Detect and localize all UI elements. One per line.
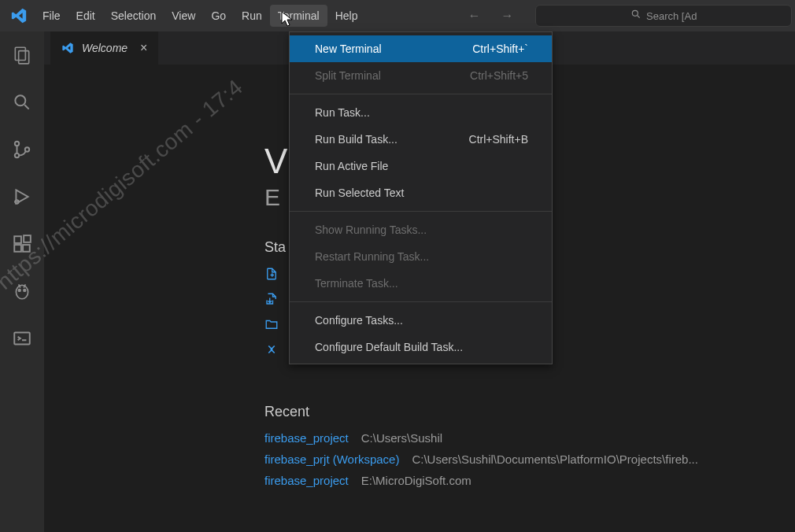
recent-list: firebase_projectC:\Users\Sushilfirebase_… [264,431,779,487]
menu-item-restart-running-task: Restart Running Task... [290,243,552,270]
menu-item-run-build-task[interactable]: Run Build Task...Ctrl+Shift+B [290,126,552,153]
menu-item-label: New Terminal [315,42,382,55]
svg-rect-11 [14,245,21,252]
titlebar: FileEditSelectionViewGoRunTerminalHelp ←… [0,0,795,31]
menu-item-edit[interactable]: Edit [68,5,103,27]
menu-separator [290,94,552,94]
menu-item-label: Restart Running Task... [315,250,429,263]
menu-item-new-terminal[interactable]: New TerminalCtrl+Shift+` [290,35,552,62]
menu-item-label: Run Build Task... [315,133,398,146]
menu-item-label: Terminate Task... [315,277,398,290]
svg-rect-12 [23,245,30,252]
recent-heading: Recent [264,404,779,420]
menubar: FileEditSelectionViewGoRunTerminalHelp [35,0,365,31]
menu-item-go[interactable]: Go [203,5,234,27]
menu-item-run-active-file[interactable]: Run Active File [290,153,552,179]
recent-name[interactable]: firebase_project [264,474,349,487]
recent-item: firebase_prjt (Workspace)C:\Users\Sushil… [264,453,779,466]
terminal-menu-dropdown[interactable]: New TerminalCtrl+Shift+`Split TerminalCt… [289,31,553,364]
mouse-cursor-icon [281,11,294,28]
menu-item-split-terminal: Split TerminalCtrl+Shift+5 [290,62,552,89]
new-file-icon [264,267,280,281]
recent-name[interactable]: firebase_prjt (Workspace) [264,453,399,466]
svg-point-7 [15,153,19,157]
menu-item-help[interactable]: Help [327,5,366,27]
menu-item-configure-tasks[interactable]: Configure Tasks... [290,307,552,334]
menu-item-label: Configure Tasks... [315,314,403,327]
nav-forward-icon: → [501,9,513,23]
menu-item-show-running-tasks: Show Running Tasks... [290,216,552,243]
remote-icon [264,342,280,357]
search-icon [630,9,642,23]
command-center-search[interactable]: Search [Ad [535,5,792,27]
recent-path: C:\Users\Sushil\Documents\PlatformIO\Pro… [412,453,697,466]
terminal-panel-icon[interactable] [11,327,33,349]
svg-rect-17 [14,332,30,344]
menu-item-terminal[interactable]: Terminal [270,5,327,27]
svg-rect-13 [24,235,31,242]
menu-separator [290,211,552,212]
menu-item-shortcut: Ctrl+Shift+B [469,133,528,146]
svg-rect-2 [15,47,25,60]
platformio-icon[interactable] [11,280,33,302]
svg-rect-3 [19,51,29,64]
menu-separator [290,301,552,302]
recent-name[interactable]: firebase_project [264,431,349,445]
svg-point-16 [24,290,26,292]
search-sidebar-icon[interactable] [11,91,33,113]
explorer-icon[interactable] [11,44,33,66]
menu-item-label: Split Terminal [315,69,381,82]
menu-item-label: Run Task... [315,106,370,119]
run-debug-icon[interactable] [11,186,33,208]
close-icon[interactable]: × [140,41,147,55]
menu-item-label: Run Selected Text [315,187,404,199]
nav-back-icon: ← [468,9,480,23]
vscode-small-icon [61,42,74,54]
vscode-logo-icon [9,6,28,25]
recent-item: firebase_projectC:\Users\Sushil [264,431,779,445]
menu-item-selection[interactable]: Selection [103,5,165,27]
recent-path: C:\Users\Sushil [361,431,442,445]
svg-point-8 [25,147,29,151]
svg-point-6 [15,142,19,146]
svg-rect-10 [14,236,21,243]
tab-label: Welcome [82,42,128,54]
menu-item-terminate-task: Terminate Task... [290,270,552,297]
activity-bar [0,31,44,532]
menu-item-configure-default-build-task[interactable]: Configure Default Build Task... [290,334,552,360]
nav-arrows: ← → [468,9,513,23]
menu-item-run-task[interactable]: Run Task... [290,99,552,126]
recent-item: firebase_projectE:\MicroDigiSoft.com [264,474,779,487]
extensions-icon[interactable] [11,233,33,255]
menu-item-label: Run Active File [315,160,388,172]
tab-welcome[interactable]: Welcome × [50,31,158,65]
svg-point-15 [18,290,20,292]
menu-item-view[interactable]: View [164,5,203,27]
svg-point-0 [632,10,638,16]
menu-item-file[interactable]: File [35,5,68,27]
svg-point-14 [16,285,28,298]
recent-path: E:\MicroDigiSoft.com [361,474,471,487]
svg-line-5 [24,105,28,109]
menu-item-shortcut: Ctrl+Shift+5 [470,69,528,82]
source-control-icon[interactable] [11,139,33,161]
search-placeholder: Search [Ad [646,10,697,22]
menu-item-label: Show Running Tasks... [315,224,427,236]
import-icon [264,292,280,306]
svg-line-1 [638,16,640,18]
menu-item-shortcut: Ctrl+Shift+` [472,42,528,55]
menu-item-run-selected-text[interactable]: Run Selected Text [290,179,552,206]
folder-icon [264,317,280,331]
menu-item-run[interactable]: Run [234,5,270,27]
svg-point-4 [15,95,25,105]
menu-item-label: Configure Default Build Task... [315,341,463,353]
